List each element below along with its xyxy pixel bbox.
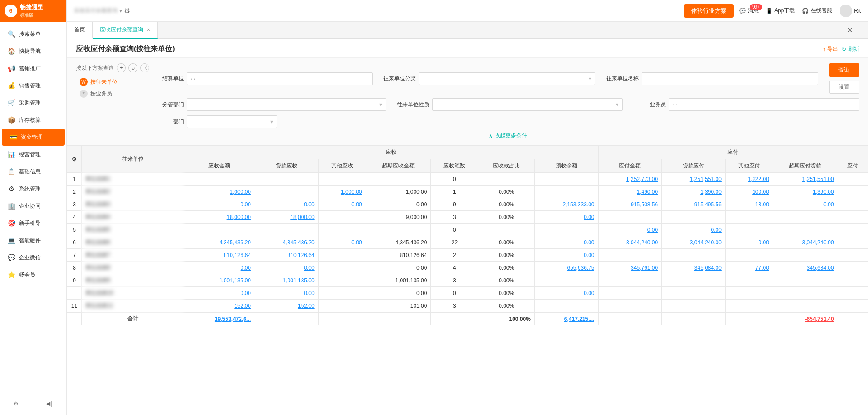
dept-select[interactable]: ▾ bbox=[187, 115, 277, 128]
table-cell[interactable]: 1,001,135.00 bbox=[255, 274, 319, 287]
table-cell[interactable]: 1,001,135.00 bbox=[184, 274, 255, 287]
table-cell[interactable]: 18,000.00 bbox=[255, 211, 319, 224]
settings-button[interactable]: 设置 bbox=[829, 81, 859, 94]
sidebar-item-search[interactable]: 🔍 搜索菜单 bbox=[0, 25, 66, 43]
table-cell[interactable]: 0.00 bbox=[725, 236, 773, 249]
table-cell[interactable]: 13.00 bbox=[725, 198, 773, 211]
th-settings[interactable]: ⚙ bbox=[67, 146, 82, 173]
sidebar-item-basic[interactable]: 📋 基础信息 bbox=[0, 163, 66, 180]
sidebar-settings-btn[interactable]: ⚙ bbox=[6, 397, 26, 410]
table-cell[interactable]: 1,000.00 bbox=[318, 186, 366, 198]
sidebar-item-marketing[interactable]: 📢 营销推广 bbox=[0, 60, 66, 77]
tab-expand-icon[interactable]: ⛶ bbox=[856, 26, 863, 34]
sidebar-item-purchase[interactable]: 🛒 采购管理 bbox=[0, 94, 66, 111]
refresh-button[interactable]: ↻ 刷新 bbox=[842, 45, 859, 53]
table-cell[interactable]: 152.00 bbox=[184, 300, 255, 313]
filter-target-btn[interactable]: ⊙ bbox=[128, 63, 137, 72]
user-menu[interactable]: Rit bbox=[840, 5, 861, 17]
table-cell[interactable]: 1,000.00 bbox=[184, 186, 255, 198]
tab-query[interactable]: 应收应付余额查询 × bbox=[93, 22, 158, 39]
table-cell[interactable]: 152.00 bbox=[255, 300, 319, 313]
query-button[interactable]: 查询 bbox=[829, 63, 859, 77]
table-cell[interactable]: 0.00 bbox=[662, 224, 726, 236]
sidebar-item-wechat[interactable]: 💬 企业微信 bbox=[0, 249, 66, 266]
sidebar-item-member[interactable]: ⭐ 畅会员 bbox=[0, 266, 66, 283]
table-cell[interactable]: 0.00 bbox=[255, 287, 319, 300]
table-cell[interactable]: 3,044,240.00 bbox=[662, 236, 726, 249]
collapse-filter-btn[interactable]: ∧ 收起更多条件 bbox=[157, 132, 859, 139]
sidebar-item-inventory[interactable]: 📦 库存核算 bbox=[0, 111, 66, 129]
sidebar-collapse-btn[interactable]: ◀‖ bbox=[39, 397, 60, 410]
table-cell[interactable]: 4,345,436.20 bbox=[255, 236, 319, 249]
table-cell[interactable]: 810,126.64 bbox=[184, 249, 255, 262]
table-cell[interactable]: 100.00 bbox=[725, 186, 773, 198]
unit-name-input[interactable] bbox=[642, 72, 818, 85]
table-cell[interactable]: 0.00 bbox=[318, 198, 366, 211]
table-cell[interactable]: 655,636.75 bbox=[534, 262, 598, 274]
table-cell[interactable]: 1,252,773.00 bbox=[598, 173, 662, 186]
table-cell[interactable]: 1,390.00 bbox=[773, 186, 838, 198]
table-cell[interactable]: 915,508.56 bbox=[598, 198, 662, 211]
sidebar-item-label: 资金管理 bbox=[21, 134, 42, 141]
table-cell[interactable]: 1,222.00 bbox=[725, 173, 773, 186]
table-cell[interactable]: 0.00 bbox=[184, 198, 255, 211]
table-cell[interactable]: 1,390.00 bbox=[662, 186, 726, 198]
message-button[interactable]: 💬 消息 99+ bbox=[739, 7, 759, 14]
table-cell[interactable]: 345,761.00 bbox=[598, 262, 662, 274]
app-download-button[interactable]: 📱 App下载 bbox=[766, 7, 795, 14]
filter-add-btn[interactable]: + bbox=[117, 63, 126, 72]
table-cell[interactable]: 77.00 bbox=[725, 262, 773, 274]
table-cell[interactable]: 0.00 bbox=[318, 236, 366, 249]
tab-close-window-icon[interactable]: ✕ bbox=[847, 26, 853, 34]
table-cell[interactable]: 3,044,240.00 bbox=[773, 236, 838, 249]
table-settings-icon[interactable]: ⚙ bbox=[72, 156, 77, 162]
table-cell[interactable]: 0.00 bbox=[598, 224, 662, 236]
table-cell[interactable]: 345,684.00 bbox=[773, 262, 838, 274]
table-cell[interactable]: 0.00 bbox=[255, 262, 319, 274]
table-cell[interactable]: 0.00 bbox=[255, 198, 319, 211]
settlement-unit-input[interactable]: ··· bbox=[187, 72, 373, 85]
export-button[interactable]: ↑ 导出 bbox=[823, 45, 838, 53]
table-cell[interactable]: 0.00 bbox=[534, 211, 598, 224]
sidebar-item-quicknav[interactable]: 🏠 快捷导航 bbox=[0, 43, 66, 60]
sidebar-item-finance[interactable]: 💳 资金管理 bbox=[2, 129, 65, 146]
table-cell[interactable]: 0.00 bbox=[534, 287, 598, 300]
breadcrumb-dropdown-icon[interactable]: ▾ bbox=[119, 8, 122, 14]
table-cell[interactable]: 0.00 bbox=[184, 287, 255, 300]
sidebar-item-enterprise[interactable]: 🏢 企业协同 bbox=[0, 197, 66, 215]
cta-button[interactable]: 体验行业方案 bbox=[684, 4, 734, 18]
table-cell[interactable]: 4,345,436.20 bbox=[184, 236, 255, 249]
sidebar-item-hardware[interactable]: 💻 智能硬件 bbox=[0, 232, 66, 249]
table-cell[interactable]: 1,490.00 bbox=[598, 186, 662, 198]
scheme-by-unit[interactable]: W 按往来单位 bbox=[76, 76, 149, 88]
dept-managed-select[interactable]: ▾ bbox=[187, 98, 386, 111]
table-cell[interactable]: 3,044,240.00 bbox=[598, 236, 662, 249]
salesperson-input[interactable]: ··· bbox=[669, 98, 859, 111]
sidebar-item-sales[interactable]: 💰 销售管理 bbox=[0, 77, 66, 94]
online-service-button[interactable]: 🎧 在线客服 bbox=[802, 7, 832, 14]
table-cell[interactable]: 1,251,551.00 bbox=[773, 173, 838, 186]
unit-nature-select[interactable]: ▾ bbox=[432, 98, 623, 111]
unit-category-select[interactable]: ▾ bbox=[419, 72, 595, 85]
table-cell[interactable]: 0.00 bbox=[773, 198, 838, 211]
filter-collapse-btn[interactable]: 《 bbox=[140, 63, 149, 72]
table-cell[interactable]: 915,495.56 bbox=[662, 198, 726, 211]
sidebar-item-guide[interactable]: 🎯 新手引导 bbox=[0, 215, 66, 232]
scheme-by-staff[interactable]: ⏱ 按业务员 bbox=[76, 88, 149, 100]
table-cell[interactable]: 810,126.64 bbox=[255, 249, 319, 262]
footer-ar-prepay[interactable]: 6,417,215.... bbox=[534, 312, 598, 325]
table-cell[interactable]: 1,251,551.00 bbox=[662, 173, 726, 186]
header-gear-icon[interactable]: ⚙ bbox=[124, 6, 130, 15]
tab-close-icon[interactable]: × bbox=[147, 27, 150, 33]
sidebar-item-system[interactable]: ⚙ 系统管理 bbox=[0, 180, 66, 197]
tab-home[interactable]: 首页 bbox=[67, 22, 93, 39]
table-cell[interactable]: 18,000.00 bbox=[184, 211, 255, 224]
footer-ap-overdue[interactable]: -654,751.40 bbox=[773, 312, 838, 325]
footer-ar-total[interactable]: 19,553,472,6... bbox=[184, 312, 255, 325]
table-cell[interactable]: 0.00 bbox=[184, 262, 255, 274]
table-cell[interactable]: 2,153,333.00 bbox=[534, 198, 598, 211]
table-cell[interactable]: 0.00 bbox=[534, 249, 598, 262]
table-cell[interactable]: 0.00 bbox=[534, 236, 598, 249]
sidebar-item-operation[interactable]: 📊 经营管理 bbox=[0, 146, 66, 163]
table-cell[interactable]: 345,684.00 bbox=[662, 262, 726, 274]
